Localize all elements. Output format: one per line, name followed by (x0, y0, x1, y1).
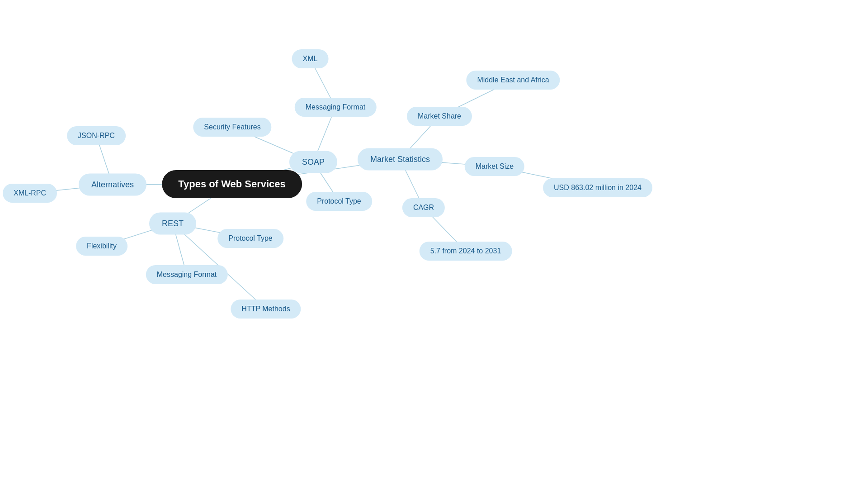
node-market_stats[interactable]: Market Statistics (358, 148, 443, 171)
node-market_share_mea[interactable]: Middle East and Africa (466, 71, 560, 90)
node-market_share[interactable]: Market Share (407, 107, 472, 126)
node-soap[interactable]: SOAP (289, 151, 337, 173)
node-soap_security[interactable]: Security Features (193, 118, 271, 137)
node-root[interactable]: Types of Web Services (162, 170, 302, 198)
node-soap_messaging_format[interactable]: Messaging Format (295, 98, 377, 117)
node-rest_flexibility[interactable]: Flexibility (76, 237, 127, 256)
node-rest_protocol[interactable]: Protocol Type (217, 229, 283, 248)
node-rest[interactable]: REST (149, 213, 196, 235)
node-alt_xmlrpc[interactable]: XML-RPC (3, 184, 57, 203)
node-soap_protocol[interactable]: Protocol Type (306, 192, 372, 211)
node-alternatives[interactable]: Alternatives (79, 174, 146, 196)
node-alt_jsonrpc[interactable]: JSON-RPC (67, 126, 126, 145)
node-market_size_val[interactable]: USD 863.02 million in 2024 (543, 178, 652, 197)
node-rest_messaging[interactable]: Messaging Format (146, 265, 228, 284)
node-soap_xml[interactable]: XML (292, 49, 329, 68)
node-rest_http[interactable]: HTTP Methods (231, 300, 301, 319)
node-cagr[interactable]: CAGR (402, 198, 445, 217)
node-cagr_val[interactable]: 5.7 from 2024 to 2031 (420, 242, 512, 261)
node-market_size[interactable]: Market Size (465, 157, 524, 176)
